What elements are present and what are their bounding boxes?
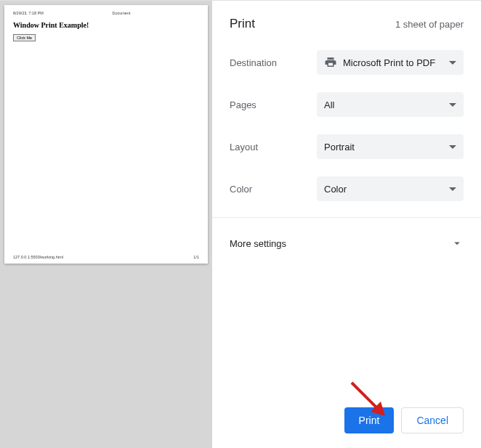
preview-doc-name: Document: [112, 11, 130, 15]
color-row: Color Color: [212, 168, 481, 210]
layout-select[interactable]: Portrait: [317, 134, 464, 159]
chevron-down-icon: [450, 237, 464, 250]
preview-sample-button: Click Me: [13, 34, 36, 41]
dialog-footer: Print Cancel: [212, 396, 481, 448]
print-dialog: 8/29/23, 7:18 PM Document Window Print E…: [0, 0, 481, 448]
destination-row: Destination Microsoft Print to PDF: [212, 41, 481, 84]
color-value: Color: [324, 184, 347, 195]
chevron-down-icon: [449, 187, 456, 191]
pages-label: Pages: [230, 99, 317, 110]
dialog-header: Print 1 sheet of paper: [212, 1, 481, 41]
settings-pane: Print 1 sheet of paper Destination Micro…: [212, 1, 481, 448]
layout-value: Portrait: [324, 142, 355, 152]
chevron-down-icon: [449, 61, 456, 65]
pages-value: All: [324, 99, 334, 110]
preview-url: 127.0.0.1:5500/working.html: [13, 255, 63, 259]
layout-label: Layout: [230, 142, 317, 152]
color-label: Color: [230, 184, 317, 195]
divider: [212, 217, 481, 218]
preview-timestamp: 8/29/23, 7:18 PM: [13, 11, 44, 15]
layout-row: Layout Portrait: [212, 126, 481, 168]
printer-icon: [324, 56, 337, 69]
page-preview-footer: 127.0.0.1:5500/working.html 1/1: [13, 255, 199, 259]
destination-select[interactable]: Microsoft Print to PDF: [317, 50, 464, 75]
destination-label: Destination: [230, 57, 317, 68]
preview-pane: 8/29/23, 7:18 PM Document Window Print E…: [0, 1, 212, 448]
more-settings-toggle[interactable]: More settings: [212, 225, 481, 261]
page-preview: 8/29/23, 7:18 PM Document Window Print E…: [4, 5, 208, 264]
dialog-title: Print: [230, 17, 255, 31]
chevron-down-icon: [449, 103, 456, 107]
chevron-down-icon: [449, 145, 456, 149]
preview-title: Window Print Example!: [13, 21, 199, 29]
sheet-count: 1 sheet of paper: [395, 19, 464, 30]
pages-row: Pages All: [212, 84, 481, 126]
color-select[interactable]: Color: [317, 176, 464, 201]
print-button[interactable]: Print: [344, 407, 395, 433]
pages-select[interactable]: All: [317, 92, 464, 117]
destination-value: Microsoft Print to PDF: [343, 57, 435, 68]
preview-page-number: 1/1: [193, 255, 199, 259]
more-settings-label: More settings: [230, 238, 286, 249]
page-preview-header: 8/29/23, 7:18 PM Document: [13, 11, 199, 15]
cancel-button[interactable]: Cancel: [401, 407, 464, 433]
